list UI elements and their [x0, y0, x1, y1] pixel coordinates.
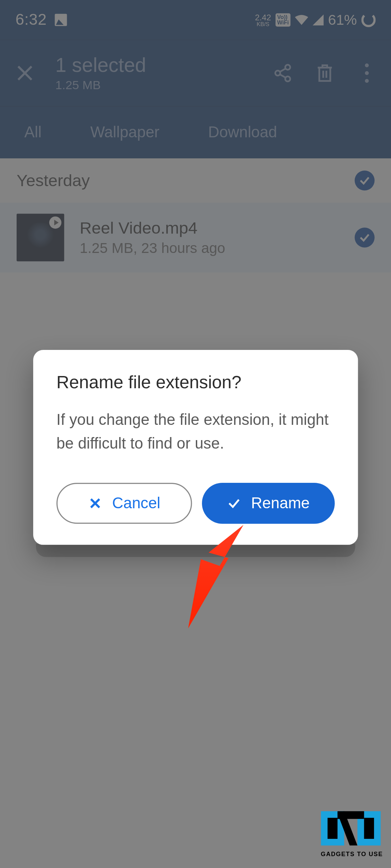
- annotation-arrow: [180, 520, 252, 631]
- dialog-message: If you change the file extension, it mig…: [57, 408, 335, 455]
- rename-label: Rename: [251, 494, 310, 512]
- check-icon: [227, 496, 241, 510]
- dialog-title: Rename file extension?: [57, 372, 335, 392]
- cancel-label: Cancel: [112, 494, 160, 512]
- phone-screen: 6:32 2.42 KB/S Vo))WiFi 61% 1: [0, 0, 391, 868]
- cancel-button[interactable]: Cancel: [57, 483, 192, 524]
- watermark-text: GADGETS TO USE: [321, 850, 383, 857]
- rename-confirmation-dialog: Rename file extension? If you change the…: [33, 350, 358, 545]
- svg-rect-11: [364, 818, 374, 839]
- rename-button[interactable]: Rename: [202, 483, 335, 524]
- x-icon: [88, 496, 102, 510]
- watermark: GADGETS TO USE: [321, 811, 383, 857]
- svg-rect-10: [327, 818, 337, 839]
